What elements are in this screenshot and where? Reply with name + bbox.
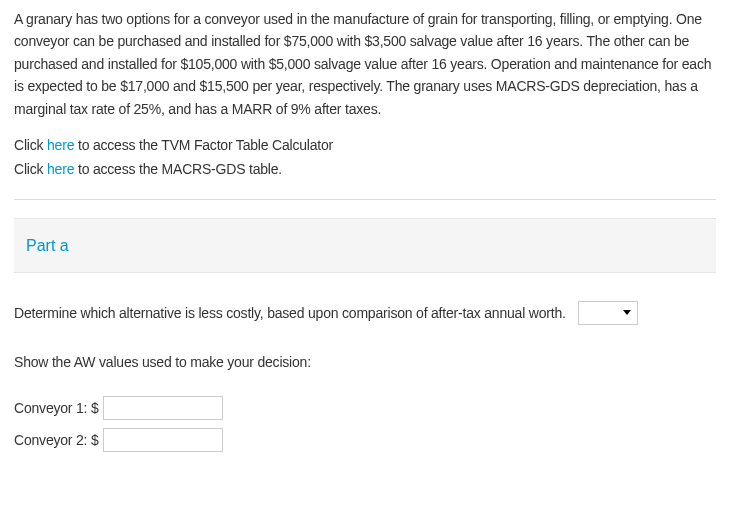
macrs-prefix: Click bbox=[14, 161, 47, 177]
tvm-prefix: Click bbox=[14, 137, 47, 153]
aw-instruction: Show the AW values used to make your dec… bbox=[14, 351, 716, 373]
problem-statement: A granary has two options for a conveyor… bbox=[14, 8, 716, 120]
conveyor1-row: Conveyor 1: $ bbox=[14, 396, 716, 420]
question-text: Determine which alternative is less cost… bbox=[14, 302, 566, 324]
tvm-link[interactable]: here bbox=[47, 137, 74, 153]
conveyor2-input[interactable] bbox=[103, 428, 223, 452]
alternative-dropdown[interactable] bbox=[578, 301, 638, 325]
tvm-suffix: to access the TVM Factor Table Calculato… bbox=[74, 137, 333, 153]
macrs-suffix: to access the MACRS-GDS table. bbox=[74, 161, 282, 177]
divider-top bbox=[14, 199, 716, 200]
tvm-link-line: Click here to access the TVM Factor Tabl… bbox=[14, 134, 716, 156]
question-row: Determine which alternative is less cost… bbox=[14, 301, 716, 325]
macrs-link[interactable]: here bbox=[47, 161, 74, 177]
conveyor1-label: Conveyor 1: $ bbox=[14, 397, 99, 419]
conveyor2-label: Conveyor 2: $ bbox=[14, 429, 99, 451]
part-a-header: Part a bbox=[14, 218, 716, 274]
conveyor2-row: Conveyor 2: $ bbox=[14, 428, 716, 452]
macrs-link-line: Click here to access the MACRS-GDS table… bbox=[14, 158, 716, 180]
part-a-body: Determine which alternative is less cost… bbox=[14, 273, 716, 451]
conveyor1-input[interactable] bbox=[103, 396, 223, 420]
